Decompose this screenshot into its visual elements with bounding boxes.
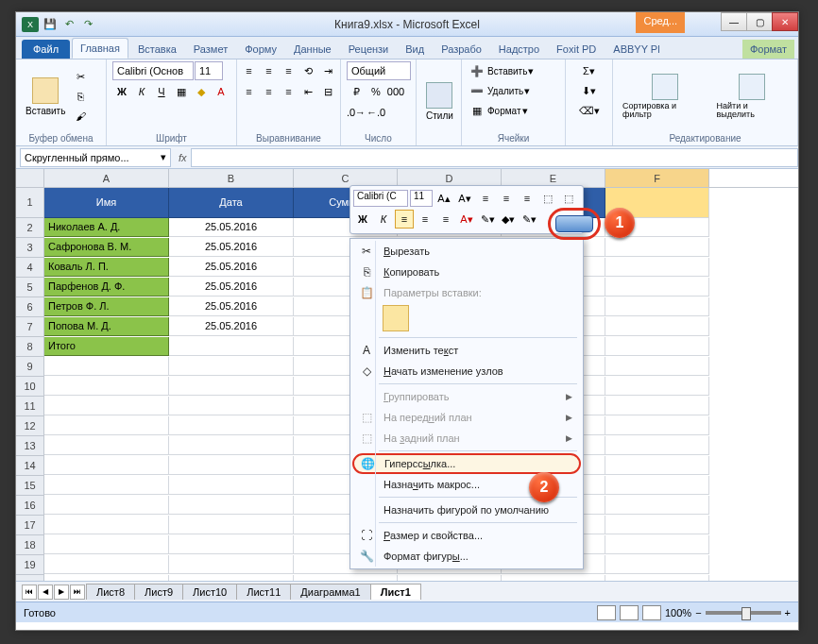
indent-dec-button[interactable]: ⇤ xyxy=(299,82,318,101)
align-top-button[interactable]: ≡ xyxy=(240,61,259,80)
mini-effects-button[interactable]: ✎▾ xyxy=(520,210,538,229)
comma-button[interactable]: 000 xyxy=(386,82,405,101)
row-header-17[interactable]: 17 xyxy=(16,516,44,535)
tab-foxit[interactable]: Foxit PD xyxy=(549,40,604,59)
cm-send-back[interactable]: ⬚На задний план▶ xyxy=(352,428,581,449)
align-left-button[interactable]: ≡ xyxy=(240,82,259,101)
maximize-button[interactable]: ▢ xyxy=(746,12,773,31)
delete-cell-icon[interactable]: ➖ xyxy=(468,81,486,100)
mini-bring-front-icon[interactable]: ⬚ xyxy=(559,189,578,208)
tab-formulas[interactable]: Форму xyxy=(237,40,284,59)
mini-size-select[interactable]: 11 xyxy=(410,190,433,207)
align-bottom-button[interactable]: ≡ xyxy=(280,61,298,80)
cell-f[interactable] xyxy=(605,337,709,356)
styles-button[interactable]: Стили xyxy=(422,80,457,123)
mini-align-left-button[interactable]: ≡ xyxy=(476,189,495,208)
name-cell[interactable]: Петров Ф. Л. xyxy=(44,297,169,316)
tab-home[interactable]: Главная xyxy=(72,38,128,59)
sheet-tab[interactable]: Лист11 xyxy=(236,584,291,600)
mini-outline-color-button[interactable]: ✎▾ xyxy=(478,210,497,229)
align-middle-button[interactable]: ≡ xyxy=(260,61,279,80)
tab-nav-prev[interactable]: ◀ xyxy=(38,585,53,600)
undo-icon[interactable]: ↶ xyxy=(61,17,77,32)
date-cell[interactable]: 25.05.2016 xyxy=(169,278,294,297)
cm-bring-front[interactable]: ⬚На передний план▶ xyxy=(352,407,581,428)
format-painter-icon[interactable]: 🖌 xyxy=(71,107,90,126)
tab-format[interactable]: Формат xyxy=(742,40,794,59)
row-header-1[interactable]: 1 xyxy=(16,188,44,218)
row-header-11[interactable]: 11 xyxy=(16,397,44,416)
mini-italic-button[interactable]: К xyxy=(374,210,393,229)
sheet-tab[interactable]: Лист9 xyxy=(134,584,183,600)
name-cell[interactable]: Николаев А. Д. xyxy=(44,218,169,237)
cm-paste-options[interactable] xyxy=(352,303,581,335)
row-header-15[interactable]: 15 xyxy=(16,476,44,496)
sort-filter-button[interactable]: Сортировка и фильтр xyxy=(619,72,711,121)
date-cell[interactable]: 25.05.2016 xyxy=(169,258,294,277)
find-select-button[interactable]: Найти и выделить xyxy=(713,72,792,121)
cm-hyperlink[interactable]: 🌐Гиперссылка... xyxy=(352,453,581,474)
merge-button[interactable]: ⊟ xyxy=(319,82,338,101)
row-header-2[interactable]: 2 xyxy=(16,218,44,238)
name-box[interactable]: Скругленный прямо...▾ xyxy=(20,148,171,167)
insert-cell-icon[interactable]: ➕ xyxy=(468,61,486,80)
tab-nav-first[interactable]: ⏮ xyxy=(22,585,37,600)
underline-button[interactable]: Ч xyxy=(152,82,171,101)
mini-fill-color-button[interactable]: ◆▾ xyxy=(499,210,518,229)
cm-edit-text[interactable]: AИзменить текст xyxy=(352,340,581,361)
cell-f[interactable] xyxy=(605,238,709,257)
cm-copy[interactable]: ⎘Копировать xyxy=(352,262,581,282)
zoom-slider[interactable] xyxy=(706,611,781,615)
date-cell[interactable] xyxy=(169,337,294,356)
sheet-tab[interactable]: Диаграмма1 xyxy=(290,584,370,600)
format-cell-button[interactable]: Формат xyxy=(487,106,521,116)
view-page-button[interactable] xyxy=(620,605,639,620)
row-header-16[interactable]: 16 xyxy=(16,496,44,516)
zoom-out-button[interactable]: − xyxy=(695,607,701,619)
mini-align-highlight-button[interactable]: ≡ xyxy=(395,210,414,229)
currency-button[interactable]: ₽ xyxy=(347,82,366,101)
cm-edit-nodes[interactable]: ◇Начать изменение узлов xyxy=(352,361,581,381)
orientation-button[interactable]: ⟲ xyxy=(299,61,318,80)
row-header-5[interactable]: 5 xyxy=(16,278,44,297)
select-all-corner[interactable] xyxy=(16,169,44,187)
tab-view[interactable]: Вид xyxy=(398,40,432,59)
tab-insert[interactable]: Вставка xyxy=(130,40,184,59)
name-cell[interactable]: Коваль Л. П. xyxy=(44,258,169,277)
align-center-button[interactable]: ≡ xyxy=(260,82,279,101)
sheet-tab[interactable]: Лист1 xyxy=(370,584,421,600)
save-icon[interactable]: 💾 xyxy=(43,17,58,32)
copy-icon[interactable]: ⎘ xyxy=(71,87,90,106)
cm-format-shape[interactable]: 🔧Формат фигуры... xyxy=(352,546,581,567)
name-cell[interactable]: Итого xyxy=(44,337,169,356)
date-cell[interactable]: 25.05.2016 xyxy=(169,218,294,237)
mini-align3-button[interactable]: ≡ xyxy=(436,210,455,229)
tab-nav-next[interactable]: ▶ xyxy=(54,585,69,600)
cm-cut[interactable]: ✂Вырезать xyxy=(352,241,581,262)
col-header-f[interactable]: F xyxy=(605,169,709,187)
font-size-select[interactable]: 11 xyxy=(195,61,223,80)
tab-addins[interactable]: Надстро xyxy=(491,40,547,59)
header-date[interactable]: Дата xyxy=(169,188,294,218)
dec-decimal-button[interactable]: ←.0 xyxy=(366,103,385,122)
row-header-7[interactable]: 7 xyxy=(16,317,44,337)
tab-developer[interactable]: Разрабо xyxy=(434,40,489,59)
zoom-in-button[interactable]: + xyxy=(785,607,791,619)
row-header-13[interactable]: 13 xyxy=(16,436,44,456)
cell-f[interactable] xyxy=(605,317,709,336)
mini-font-select[interactable]: Calibri (С xyxy=(353,190,408,207)
tab-review[interactable]: Рецензи xyxy=(341,40,397,59)
wrap-text-button[interactable]: ⇥ xyxy=(319,61,338,80)
date-cell[interactable]: 25.05.2016 xyxy=(169,238,294,257)
cell-f[interactable] xyxy=(605,297,709,316)
mini-shrink-font-button[interactable]: A▾ xyxy=(455,189,474,208)
close-button[interactable]: ✕ xyxy=(772,12,798,31)
col-header-b[interactable]: B xyxy=(169,169,294,187)
tab-data[interactable]: Данные xyxy=(286,40,339,59)
row-header-4[interactable]: 4 xyxy=(16,258,44,278)
name-cell[interactable]: Парфенов Д. Ф. xyxy=(44,278,169,297)
mini-align2-button[interactable]: ≡ xyxy=(416,210,435,229)
name-cell[interactable]: Сафронова В. М. xyxy=(44,238,169,257)
row-header-14[interactable]: 14 xyxy=(16,456,44,476)
mini-send-back-icon[interactable]: ⬚ xyxy=(538,189,557,208)
